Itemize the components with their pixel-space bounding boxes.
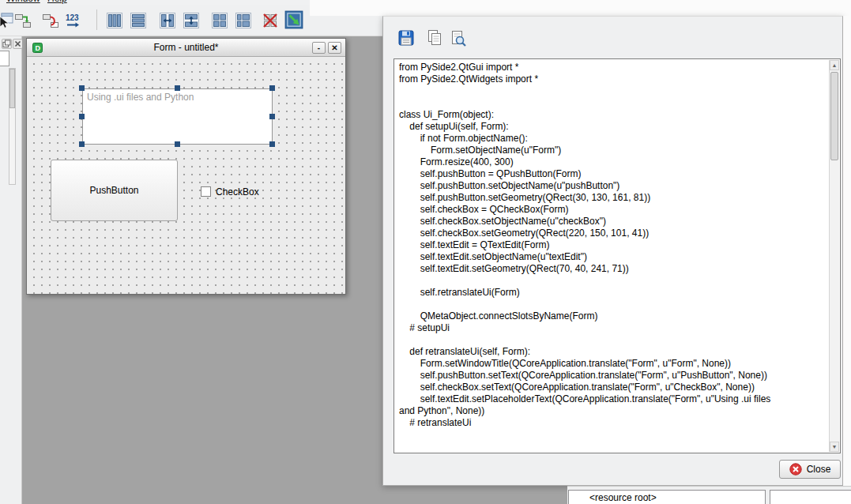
edit-signals-slots-button[interactable] (13, 10, 33, 31)
resource-side-panel[interactable] (770, 490, 851, 504)
textedit-widget[interactable]: Using .ui files and Python (82, 88, 273, 145)
layout-vertical-splitter-button[interactable] (181, 10, 201, 31)
close-button-label: Close (807, 464, 831, 475)
layout-grid-button[interactable] (209, 10, 230, 31)
window-background-right (843, 16, 851, 486)
widget-box-scrollbar[interactable] (9, 68, 16, 185)
layout-form-button[interactable] (233, 10, 254, 31)
checkbox-label: CheckBox (216, 186, 259, 197)
dock-float-button[interactable] (2, 39, 12, 49)
selection-handle-bottom-mid[interactable] (175, 141, 180, 147)
pushbutton-label: PushButton (89, 185, 138, 196)
code-preview-dialog: from PySide2.QtGui import * from PySide2… (382, 16, 843, 486)
find-button[interactable] (448, 28, 469, 49)
checkbox-indicator[interactable] (201, 186, 211, 197)
layout-vertical-button[interactable] (128, 10, 149, 31)
edit-signals-slots-icon (13, 11, 32, 30)
selection-handle-bottom-left[interactable] (79, 141, 85, 147)
selection-handle-bottom-right[interactable] (269, 141, 275, 147)
layout-grid-icon (210, 11, 229, 30)
break-layout-button[interactable] (260, 10, 281, 31)
dock-float-icon (2, 39, 11, 48)
code-scrollbar-thumb[interactable] (830, 72, 838, 160)
layout-form-icon (234, 11, 253, 30)
selection-handle-top-right[interactable] (269, 85, 275, 91)
resource-browser: <resource root> (567, 486, 851, 504)
toolbar-separator (96, 9, 97, 30)
form-close-button[interactable]: ✕ (328, 42, 341, 54)
close-button[interactable]: Close (779, 460, 841, 479)
code-view[interactable]: from PySide2.QtGui import * from PySide2… (393, 58, 841, 453)
form-canvas[interactable]: Using .ui files and Python PushButton Ch… (27, 57, 345, 294)
selection-handle-top-mid[interactable] (175, 85, 180, 91)
pushbutton-widget[interactable]: PushButton (51, 160, 178, 221)
edit-buddies-icon (41, 11, 60, 30)
checkbox-widget[interactable]: CheckBox (201, 175, 281, 208)
designer-form-icon: D (32, 43, 43, 53)
adjust-size-icon (284, 9, 304, 30)
layout-vertical-icon (129, 11, 148, 30)
layout-horizontal-splitter-icon (158, 11, 177, 30)
copy-icon (426, 29, 443, 47)
scroll-up-icon[interactable]: ▲ (830, 60, 839, 70)
resource-root-item[interactable]: <resource root> (568, 490, 766, 504)
layout-horizontal-icon (105, 11, 124, 30)
break-layout-icon (261, 11, 280, 30)
menu-help[interactable]: Help (47, 0, 67, 4)
resource-root-label: <resource root> (589, 492, 657, 503)
widget-filter-input[interactable] (0, 51, 9, 66)
form-window[interactable]: D Form - untitled* - ✕ Using .ui files a… (26, 38, 346, 295)
layout-horizontal-splitter-button[interactable] (157, 10, 178, 31)
widget-box-dock (0, 36, 22, 504)
find-icon (450, 30, 467, 47)
form-titlebar[interactable]: D Form - untitled* - ✕ (27, 39, 345, 57)
save-icon (397, 29, 415, 47)
widget-box-scrollbar-thumb[interactable] (9, 69, 15, 108)
edit-tab-order-button[interactable]: 123 (63, 10, 84, 31)
form-title: Form - untitled* (58, 42, 314, 53)
window-background-top (310, 0, 851, 16)
copy-button[interactable] (424, 28, 445, 48)
close-icon (789, 463, 802, 476)
adjust-size-button[interactable] (284, 9, 304, 30)
edit-tab-order-icon: 123 (64, 11, 83, 30)
selection-handle-mid-left[interactable] (79, 114, 85, 119)
layout-vertical-splitter-icon (182, 11, 201, 30)
edit-buddies-button[interactable] (40, 10, 61, 31)
layout-horizontal-button[interactable] (104, 10, 125, 31)
svg-text:123: 123 (66, 13, 79, 22)
form-minimize-button[interactable]: - (312, 42, 326, 54)
textedit-placeholder: Using .ui files and Python (87, 92, 194, 103)
svg-text:D: D (35, 44, 40, 52)
qt-designer-root: Window Help (0, 0, 851, 504)
scroll-down-icon[interactable]: ▼ (830, 442, 839, 452)
selection-handle-top-left[interactable] (79, 85, 85, 91)
code-scrollbar[interactable]: ▲ ▼ (829, 60, 839, 452)
selection-handle-mid-right[interactable] (269, 114, 275, 119)
code-text[interactable]: from PySide2.QtGui import * from PySide2… (399, 62, 770, 429)
menu-window[interactable]: Window (6, 0, 40, 4)
save-button[interactable] (396, 28, 416, 48)
dock-close-icon (13, 39, 22, 48)
